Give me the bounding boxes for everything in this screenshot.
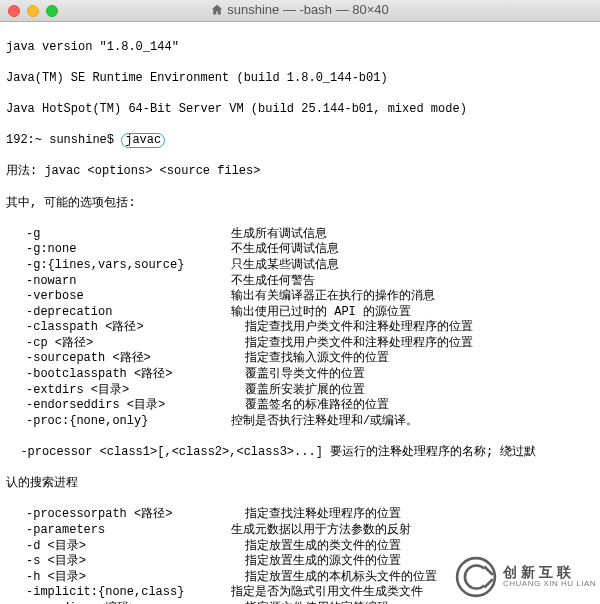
option-flag: -verbose [6, 289, 231, 305]
option-desc: 指定查找输入源文件的位置 [231, 351, 594, 367]
option-desc: 覆盖签名的标准路径的位置 [231, 398, 594, 414]
option-desc: 不生成任何调试信息 [231, 242, 594, 258]
svg-point-0 [457, 558, 495, 596]
option-row: -d <目录> 指定放置生成的类文件的位置 [6, 539, 594, 555]
option-desc: 指定查找注释处理程序的位置 [231, 507, 594, 523]
watermark: 创新互联 CHUANG XIN HU LIAN [455, 556, 596, 598]
option-flag: -deprecation [6, 305, 231, 321]
option-row: -processorpath <路径> 指定查找注释处理程序的位置 [6, 507, 594, 523]
window-title-text: sunshine — -bash — 80×40 [227, 2, 389, 19]
output-line: 认的搜索进程 [6, 476, 594, 492]
output-line: Java HotSpot(TM) 64-Bit Server VM (build… [6, 102, 594, 118]
option-row: -proc:{none,only}控制是否执行注释处理和/或编译。 [6, 414, 594, 430]
option-row: -g:none不生成任何调试信息 [6, 242, 594, 258]
option-flag: -parameters [6, 523, 231, 539]
option-flag: -h <目录> [6, 570, 231, 586]
terminal-content[interactable]: java version "1.8.0_144" Java(TM) SE Run… [0, 22, 600, 604]
home-icon [211, 4, 223, 16]
option-desc: 输出有关编译器正在执行的操作的消息 [231, 289, 594, 305]
option-flag: -g [6, 227, 231, 243]
option-flag: -proc:{none,only} [6, 414, 231, 430]
watermark-text-en: CHUANG XIN HU LIAN [503, 580, 596, 589]
option-row: -extdirs <目录> 覆盖所安装扩展的位置 [6, 383, 594, 399]
close-button[interactable] [8, 5, 20, 17]
option-desc: 不生成任何警告 [231, 274, 594, 290]
watermark-logo-icon [455, 556, 497, 598]
option-flag: -cp <路径> [6, 336, 231, 352]
option-row: -classpath <路径> 指定查找用户类文件和注释处理程序的位置 [6, 320, 594, 336]
option-flag: -g:{lines,vars,source} [6, 258, 231, 274]
minimize-button[interactable] [27, 5, 39, 17]
option-flag: -processorpath <路径> [6, 507, 231, 523]
traffic-lights [8, 5, 58, 17]
option-row: -parameters生成元数据以用于方法参数的反射 [6, 523, 594, 539]
option-flag: -nowarn [6, 274, 231, 290]
option-desc: 控制是否执行注释处理和/或编译。 [231, 414, 594, 430]
output-line: java version "1.8.0_144" [6, 40, 594, 56]
option-flag: -s <目录> [6, 554, 231, 570]
zoom-button[interactable] [46, 5, 58, 17]
option-desc: 指定放置生成的类文件的位置 [231, 539, 594, 555]
option-row: -deprecation输出使用已过时的 API 的源位置 [6, 305, 594, 321]
option-desc: 生成元数据以用于方法参数的反射 [231, 523, 594, 539]
option-flag: -implicit:{none,class} [6, 585, 231, 601]
option-row: -nowarn不生成任何警告 [6, 274, 594, 290]
option-flag: -classpath <路径> [6, 320, 231, 336]
prompt-line: 192:~ sunshine$ javac [6, 133, 594, 149]
option-row: -verbose输出有关编译器正在执行的操作的消息 [6, 289, 594, 305]
option-flag: -bootclasspath <路径> [6, 367, 231, 383]
option-desc: 覆盖引导类文件的位置 [231, 367, 594, 383]
window-title: sunshine — -bash — 80×40 [0, 2, 600, 19]
output-line: Java(TM) SE Runtime Environment (build 1… [6, 71, 594, 87]
output-line: -processor <class1>[,<class2>,<class3>..… [6, 445, 594, 461]
option-desc: 输出使用已过时的 API 的源位置 [231, 305, 594, 321]
option-desc: 覆盖所安装扩展的位置 [231, 383, 594, 399]
option-desc: 指定查找用户类文件和注释处理程序的位置 [231, 320, 594, 336]
option-flag: -g:none [6, 242, 231, 258]
command-highlight: javac [121, 133, 165, 148]
option-flag: -extdirs <目录> [6, 383, 231, 399]
window-titlebar: sunshine — -bash — 80×40 [0, 0, 600, 22]
watermark-text-cn: 创新互联 [503, 565, 596, 580]
option-flag: -sourcepath <路径> [6, 351, 231, 367]
option-row: -g生成所有调试信息 [6, 227, 594, 243]
option-row: -g:{lines,vars,source}只生成某些调试信息 [6, 258, 594, 274]
option-desc: 指定查找用户类文件和注释处理程序的位置 [231, 336, 594, 352]
option-row: -bootclasspath <路径> 覆盖引导类文件的位置 [6, 367, 594, 383]
option-desc: 生成所有调试信息 [231, 227, 594, 243]
output-line: 其中, 可能的选项包括: [6, 196, 594, 212]
option-row: -endorseddirs <目录> 覆盖签名的标准路径的位置 [6, 398, 594, 414]
output-line: 用法: javac <options> <source files> [6, 164, 594, 180]
option-flag: -d <目录> [6, 539, 231, 555]
option-row: -cp <路径> 指定查找用户类文件和注释处理程序的位置 [6, 336, 594, 352]
option-row: -sourcepath <路径> 指定查找输入源文件的位置 [6, 351, 594, 367]
option-flag: -endorseddirs <目录> [6, 398, 231, 414]
option-desc: 只生成某些调试信息 [231, 258, 594, 274]
